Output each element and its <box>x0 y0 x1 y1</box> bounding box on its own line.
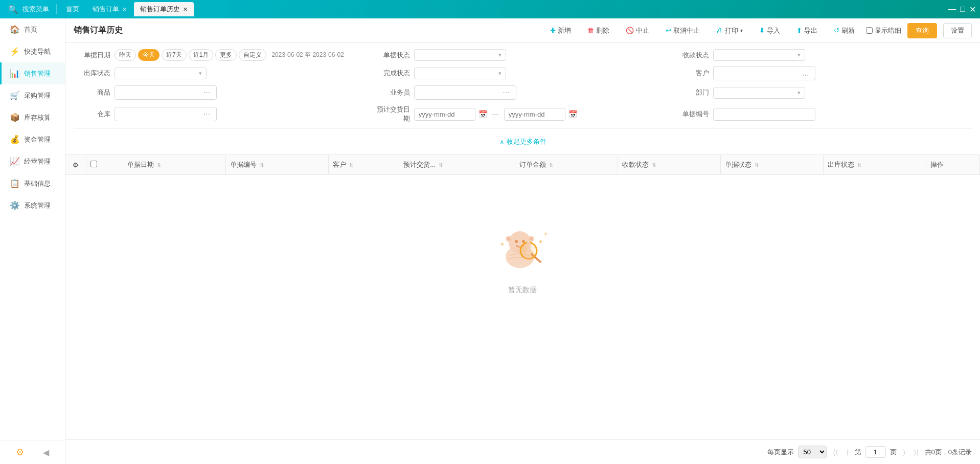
bill-status-select[interactable]: ▾ <box>414 49 506 61</box>
tab-sales-order[interactable]: 销售订单 ✕ <box>86 2 133 16</box>
display-cols-checkbox[interactable] <box>866 27 873 34</box>
last-page-btn[interactable]: ⟩⟩ <box>911 447 921 457</box>
date-btn-more[interactable]: 更多 <box>215 49 237 61</box>
search-icon[interactable]: 🔍 <box>8 5 18 14</box>
calendar-start-icon[interactable]: 📅 <box>478 110 487 118</box>
tab-sales-order-close[interactable]: ✕ <box>122 6 127 13</box>
warehouse-label: 仓库 <box>74 109 115 119</box>
date-btn-1month[interactable]: 近1月 <box>189 49 214 61</box>
sidebar-item-capital[interactable]: 💰 资金管理 <box>0 128 65 150</box>
pagination-bar: 每页显示 10 20 50 100 ⟨⟨ ⟨ 第 页 ⟩ ⟩⟩ 共0页，0条记录 <box>65 439 980 464</box>
th-order-amount[interactable]: 订单金额 ⇅ <box>515 155 618 175</box>
date-btn-7days[interactable]: 近7天 <box>162 49 187 61</box>
system-icon: ⚙️ <box>10 201 20 210</box>
collapse-more-btn[interactable]: ∧ 收起更多条件 <box>74 135 972 148</box>
sidebar-collapse-icon[interactable]: ◀ <box>43 448 49 457</box>
filter-row-4: 仓库 ··· 预计交货日期 📅 — 📅 单据编号 <box>74 105 972 123</box>
print-button[interactable]: 🖨 打印 ▾ <box>711 24 748 37</box>
next-page-btn[interactable]: ⟩ <box>901 447 907 457</box>
select-all-checkbox[interactable] <box>90 161 97 167</box>
warehouse-ellipsis[interactable]: ··· <box>201 109 212 119</box>
sidebar-settings-icon[interactable]: ⚙ <box>16 447 24 458</box>
date-label: 单据日期 <box>74 51 115 60</box>
tab-home[interactable]: 首页 <box>60 2 85 16</box>
sidebar-item-base-info[interactable]: 📋 基础信息 <box>0 172 65 194</box>
minimize-icon[interactable]: — <box>948 5 956 14</box>
tab-home-label: 首页 <box>66 5 79 14</box>
expected-date-start[interactable] <box>414 108 475 121</box>
delete-label: 删除 <box>596 26 609 35</box>
th-bill-no[interactable]: 单据编号 ⇅ <box>226 155 329 175</box>
cancel-stop-button[interactable]: ↩ 取消中止 <box>660 24 705 37</box>
th-customer[interactable]: 客户 ⇅ <box>329 155 399 175</box>
th-receipt-status-label: 收款状态 <box>622 161 649 168</box>
refresh-button[interactable]: ↺ 刷新 <box>829 24 860 37</box>
first-page-btn[interactable]: ⟨⟨ <box>831 447 840 457</box>
bill-no-control <box>713 108 972 121</box>
maximize-icon[interactable]: □ <box>960 5 965 14</box>
search-menu-label[interactable]: 搜索菜单 <box>22 5 49 14</box>
import-button[interactable]: ⬇ 导入 <box>754 24 785 37</box>
out-status-label: 出库状态 <box>74 69 115 78</box>
settings-button[interactable]: 设置 <box>943 23 972 38</box>
display-cols-toggle[interactable]: 显示暗细 <box>866 26 901 35</box>
date-btn-today[interactable]: 今天 <box>138 49 159 61</box>
sidebar-item-home[interactable]: 🏠 首页 <box>0 18 65 40</box>
th-bill-date[interactable]: 单据日期 ⇅ <box>123 155 226 175</box>
date-btn-yesterday[interactable]: 昨天 <box>115 49 136 61</box>
data-table: ⚙ 单据日期 ⇅ 单据编号 ⇅ 客户 ⇅ <box>65 155 980 336</box>
per-page-select[interactable]: 10 20 50 100 <box>798 446 827 458</box>
current-page-input[interactable] <box>865 446 886 458</box>
home-icon: 🏠 <box>10 25 20 34</box>
sidebar-item-sales[interactable]: 📊 销售管理 <box>0 62 65 84</box>
salesperson-ellipsis[interactable]: ··· <box>500 88 511 97</box>
th-receipt-status[interactable]: 收款状态 ⇅ <box>618 155 721 175</box>
svg-point-6 <box>507 237 510 240</box>
expected-date-end[interactable] <box>504 108 565 121</box>
close-window-icon[interactable]: ✕ <box>969 5 976 14</box>
refresh-label: 刷新 <box>841 26 855 35</box>
sidebar-item-operation[interactable]: 📈 经营管理 <box>0 150 65 172</box>
bill-status-arrow: ▾ <box>498 52 502 58</box>
sidebar-item-inventory-label: 库存核算 <box>24 113 51 122</box>
th-bill-status[interactable]: 单据状态 ⇅ <box>721 155 824 175</box>
tab-sales-order-history[interactable]: 销售订单历史 ✕ <box>134 2 194 16</box>
receipt-status-label: 收款状态 <box>672 51 713 60</box>
calendar-end-icon[interactable]: 📅 <box>568 110 577 118</box>
export-button[interactable]: ⬆ 导出 <box>791 24 823 37</box>
tab-sales-order-history-close[interactable]: ✕ <box>183 6 188 13</box>
sidebar-item-quick-nav[interactable]: ⚡ 快捷导航 <box>0 40 65 62</box>
customer-ellipsis[interactable]: ... <box>800 69 811 78</box>
dept-select[interactable]: ▾ <box>713 87 805 99</box>
page-title: 销售订单历史 <box>74 25 123 36</box>
complete-status-select[interactable]: ▾ <box>414 68 506 79</box>
sidebar-item-inventory[interactable]: 📦 库存核算 <box>0 106 65 128</box>
receipt-status-select[interactable]: ▾ <box>713 49 805 61</box>
export-label: 导出 <box>804 26 817 35</box>
salesperson-label: 业务员 <box>373 88 414 97</box>
th-order-amount-label: 订单金额 <box>519 161 546 168</box>
th-out-status[interactable]: 出库状态 ⇅ <box>824 155 926 175</box>
sales-icon: 📊 <box>10 69 20 78</box>
print-icon: 🖨 <box>716 27 723 34</box>
add-button[interactable]: ✚ 新增 <box>545 24 576 37</box>
complete-status-control: ▾ <box>414 68 673 79</box>
export-icon: ⬆ <box>796 27 802 34</box>
stop-button[interactable]: 🚫 中止 <box>621 24 654 37</box>
th-settings[interactable]: ⚙ <box>65 155 86 175</box>
query-button[interactable]: 查询 <box>907 23 937 38</box>
sidebar-item-purchase[interactable]: 🛒 采购管理 <box>0 84 65 106</box>
th-expected-delivery[interactable]: 预计交货... ⇅ <box>399 155 515 175</box>
goods-label: 商品 <box>74 88 115 97</box>
date-btn-custom[interactable]: 自定义 <box>239 49 266 61</box>
stop-icon: 🚫 <box>626 27 634 34</box>
sidebar: 🏠 首页 ⚡ 快捷导航 📊 销售管理 🛒 采购管理 📦 库存核算 💰 资金管理 … <box>0 18 65 464</box>
bill-no-input[interactable] <box>713 108 815 121</box>
sidebar-item-system[interactable]: ⚙️ 系统管理 <box>0 194 65 216</box>
out-status-select[interactable]: ▾ <box>115 68 207 79</box>
capital-icon: 💰 <box>10 135 20 144</box>
prev-page-btn[interactable]: ⟨ <box>844 447 851 457</box>
sort-bill-date-icon: ⇅ <box>157 162 161 168</box>
goods-ellipsis[interactable]: ··· <box>201 88 212 97</box>
delete-button[interactable]: 🗑 删除 <box>582 24 614 37</box>
